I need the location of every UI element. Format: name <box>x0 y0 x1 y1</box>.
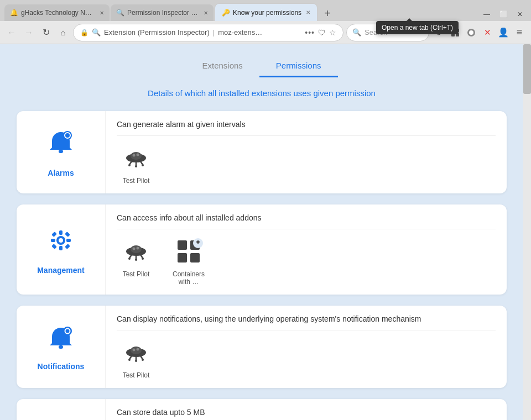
management-extensions: Test Pilot <box>117 237 496 286</box>
storage-content-partial: Can store data upto 5 MB <box>105 399 507 420</box>
refresh-button[interactable]: ↻ <box>39 25 53 40</box>
tab-ghacks-label: gHacks Technology News <box>21 9 95 17</box>
url-separator: | <box>213 28 215 36</box>
svg-point-32 <box>133 248 136 250</box>
svg-point-60 <box>142 359 144 361</box>
alarms-icon-section: Alarms <box>17 111 105 193</box>
shield-url-icon[interactable]: 🛡 <box>318 28 326 37</box>
more-options-icon[interactable]: ••• <box>305 28 315 37</box>
permission-card-management: Management Can access info about all ins… <box>17 204 507 295</box>
svg-rect-6 <box>59 150 63 153</box>
lock-icon: 🔒 <box>80 29 88 36</box>
permission-card-storage-partial: Can store data upto 5 MB <box>17 399 507 420</box>
management-testpilot[interactable]: Test Pilot <box>117 237 155 286</box>
url-text: moz-extens… <box>218 28 301 36</box>
maximize-button[interactable]: ⬜ <box>496 9 511 20</box>
tooltip-arrow <box>407 18 412 21</box>
close-button[interactable]: ✕ <box>512 9 528 20</box>
svg-rect-25 <box>66 239 71 242</box>
svg-point-21 <box>59 238 63 243</box>
scrollbar-thumb[interactable] <box>523 44 531 94</box>
svg-rect-42 <box>178 253 187 262</box>
testpilot-ufo-icon-2 <box>122 237 150 266</box>
testpilot-ufo-icon-3 <box>122 338 150 367</box>
svg-point-50 <box>66 329 70 333</box>
permission-card-alarms: Alarms Can generate alarm at given inter… <box>17 111 507 193</box>
tab-permissions[interactable]: Permissions <box>259 55 338 77</box>
tab-pi-close[interactable]: ✕ <box>204 10 208 16</box>
ext-red-icon[interactable]: ✕ <box>480 25 494 40</box>
svg-point-54 <box>137 348 139 351</box>
account-icon[interactable]: 👤 <box>496 25 511 40</box>
svg-point-31 <box>131 245 142 253</box>
svg-point-17 <box>128 164 131 166</box>
testpilot-ufo-icon-1 <box>122 144 150 172</box>
tab-kp-label: Know your permissions <box>233 9 301 17</box>
svg-point-39 <box>142 258 144 260</box>
svg-rect-28 <box>51 244 57 249</box>
ext-circle-icon[interactable] <box>464 25 478 40</box>
svg-point-11 <box>131 152 142 160</box>
svg-rect-29 <box>65 244 70 249</box>
notifications-description: Can display notifications, using the und… <box>117 314 496 330</box>
svg-point-59 <box>135 360 137 362</box>
url-bar[interactable]: 🔒 🔍 Extension (Permission Inspector) | m… <box>73 24 343 41</box>
tab-ghacks-close[interactable]: ✕ <box>100 10 104 16</box>
bookmark-star-icon[interactable]: ☆ <box>329 28 336 37</box>
svg-rect-46 <box>197 240 199 244</box>
containers-label: Containers with … <box>166 270 211 286</box>
svg-point-52 <box>131 347 142 354</box>
svg-rect-23 <box>59 246 63 250</box>
svg-rect-47 <box>59 345 63 349</box>
tab-permission-inspector[interactable]: 🔍 Permission Inspector – Get this ✕ <box>111 4 214 21</box>
extension-icon-in-url: 🔍 <box>92 28 101 36</box>
tab-ghacks[interactable]: 🔔 gHacks Technology News ✕ <box>4 4 110 21</box>
tooltip-text: Open a new tab (Ctrl+T) <box>382 24 453 32</box>
notifications-icon-section: Notifications <box>17 306 105 388</box>
svg-point-9 <box>65 133 70 138</box>
tab-pi-label: Permission Inspector – Get this <box>127 9 199 17</box>
svg-rect-22 <box>59 230 63 235</box>
svg-point-18 <box>135 165 137 167</box>
svg-point-13 <box>137 154 139 156</box>
new-tab-button[interactable]: + <box>320 6 335 21</box>
scrollbar-track[interactable] <box>523 44 531 420</box>
alarms-testpilot[interactable]: Test Pilot <box>117 144 155 185</box>
testpilot-label-2: Test Pilot <box>123 270 150 278</box>
alarms-label: Alarms <box>48 169 74 177</box>
back-button[interactable]: ← <box>4 25 19 40</box>
alarms-extensions: Test Pilot <box>117 144 496 185</box>
management-label: Management <box>37 266 85 275</box>
tab-extensions[interactable]: Extensions <box>185 55 259 77</box>
page-content: Extensions Permissions Details of which … <box>0 44 523 420</box>
containers-ext[interactable]: Containers with … <box>166 237 211 286</box>
tab-kp-favicon: 🔑 <box>222 9 230 17</box>
storage-description: Can store data upto 5 MB <box>117 408 496 417</box>
menu-button[interactable]: ≡ <box>512 25 527 40</box>
url-prefix: Extension (Permission Inspector) <box>104 28 210 36</box>
svg-point-5 <box>469 30 473 35</box>
management-icon-section: Management <box>17 204 105 295</box>
svg-rect-24 <box>51 239 55 242</box>
tab-kp-close[interactable]: ✕ <box>306 9 310 15</box>
management-icon <box>45 225 76 260</box>
tab-ghacks-favicon: 🔔 <box>10 9 18 17</box>
new-tab-tooltip: Open a new tab (Ctrl+T) <box>376 21 459 34</box>
tab-pi-favicon: 🔍 <box>116 9 124 17</box>
tab-know-permissions[interactable]: 🔑 Know your permissions ✕ <box>215 3 317 21</box>
management-description: Can access info about all installed addo… <box>117 213 496 229</box>
containers-icon <box>174 237 203 266</box>
notifications-label: Notifications <box>38 362 85 371</box>
notifications-testpilot[interactable]: Test Pilot <box>117 338 155 379</box>
notifications-icon <box>45 323 76 356</box>
alarms-description: Can generate alarm at given intervals <box>117 120 496 136</box>
svg-point-58 <box>128 359 131 361</box>
minimize-button[interactable]: — <box>479 9 494 20</box>
home-button[interactable]: ⌂ <box>56 25 70 40</box>
tab-bar: 🔔 gHacks Technology News ✕ 🔍 Permission … <box>0 0 531 21</box>
notifications-content: Can display notifications, using the und… <box>105 306 507 388</box>
alarms-icon <box>45 128 76 163</box>
svg-rect-40 <box>178 240 187 250</box>
storage-icon-section-partial <box>17 399 105 420</box>
forward-button[interactable]: → <box>22 25 36 40</box>
